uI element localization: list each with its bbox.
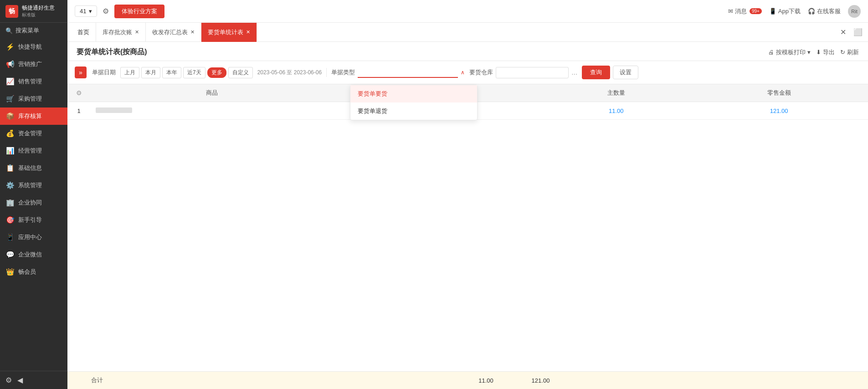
dropdown-option-1[interactable]: 要货单退货 [350,102,477,120]
sidebar-item-quick-nav[interactable]: ⚡快捷导航 [0,38,67,56]
tabs-right: ✕ ⬜ [838,26,864,38]
page-content: 要货单统计表(按商品) 🖨 按模板打印 ▾ ⬇ 导出 ↻ 刷新 » [67,42,868,389]
sidebar-item-basic-info[interactable]: 📋基础信息 [0,159,67,177]
search-menu[interactable]: 🔍 搜索菜单 [0,23,67,38]
top-header: 41 ▾ ⚙ 体验行业方案 ✉ 消息 99+ 📱 App下载 🎧 在线客服 Ri… [67,0,868,23]
messages-label: 消息 [735,7,747,15]
tab-1[interactable]: 收发存汇总表✕ [146,23,201,42]
col-header-amount: 零售金额 [690,84,868,102]
store-selector[interactable]: 41 ▾ [75,5,97,17]
logo-icon: 畅 [5,5,18,18]
date-btn-5[interactable]: 自定义 [228,67,253,78]
app-name: 畅捷通好生意 [22,4,55,12]
date-btn-1[interactable]: 本月 [141,67,160,78]
refresh-btn[interactable]: ↻ 刷新 [840,48,859,56]
nav-icon-sales: 📈 [5,77,15,86]
collapse-icon[interactable]: ◀ [17,376,23,384]
nav-label-basic-info: 基础信息 [18,164,42,172]
trial-button[interactable]: 体验行业方案 [114,5,164,18]
settings-icon[interactable]: ⚙ [5,376,12,384]
sidebar-item-finance[interactable]: 💰资金管理 [0,125,67,142]
messages-badge: 99+ [750,8,762,14]
sidebar-item-purchase[interactable]: 🛒采购管理 [0,90,67,107]
row-no-0: 1 [67,102,90,120]
tab-2[interactable]: 要货单统计表✕ [201,23,257,42]
print-btn[interactable]: 🖨 按模板打印 ▾ [768,48,811,56]
print-arrow: ▾ [807,49,811,56]
nav-icon-system: ⚙️ [5,181,15,189]
dropdown-option-0[interactable]: 要货单要货 [350,85,477,102]
app-download-action[interactable]: 📱 App下载 [769,7,801,15]
sidebar-item-app-center[interactable]: 📱应用中心 [0,229,67,246]
col-header-product: 商品 [90,84,334,102]
sidebar-item-enterprise[interactable]: 🏢企业协同 [0,194,67,211]
nav-icon-app-center: 📱 [5,233,15,241]
tab-label-1: 收发存汇总表 [152,28,188,36]
export-icon: ⬇ [816,49,821,56]
nav-icon-marketing: 📢 [5,60,15,68]
warehouse-input[interactable] [496,67,569,78]
doc-type-input[interactable] [358,67,458,78]
doc-type-label: 单据类型 [331,68,355,77]
quantity-link-0[interactable]: 11.00 [609,107,624,114]
nav-label-operations: 经营管理 [18,147,42,155]
sidebar-item-guide[interactable]: 🎯新手引导 [0,211,67,229]
maximize-btn[interactable]: ⬜ [852,26,864,38]
date-btn-0[interactable]: 上月 [120,67,139,78]
export-btn[interactable]: ⬇ 导出 [816,48,835,56]
col-settings-icon[interactable]: ⚙ [76,89,82,97]
date-btn-2[interactable]: 本年 [162,67,181,78]
online-service-action[interactable]: 🎧 在线客服 [808,7,841,15]
filter-area: » 单据日期 上月本月本年近7天更多自定义 2023-05-06 至 2023-… [67,61,868,84]
row-product-0 [90,102,334,120]
doc-type-arrow[interactable]: ∧ [461,69,465,76]
store-arrow: ▾ [89,8,92,15]
nav-icon-wechat: 💬 [5,251,15,259]
tab-close-0[interactable]: ✕ [135,29,139,35]
close-tab-btn[interactable]: ✕ [838,26,848,38]
online-service-label: 在线客服 [817,7,841,15]
nav-label-marketing: 营销推广 [18,60,42,68]
tab-0[interactable]: 库存批次账✕ [96,23,146,42]
settings-btn[interactable]: 设置 [613,66,638,79]
app-download-label: App下载 [778,7,801,15]
sidebar-item-system[interactable]: ⚙️系统管理 [0,177,67,194]
nav-icon-guide: 🎯 [5,216,15,224]
table-footer: 合计 11.00 121.00 [67,371,868,389]
filter-actions: 查询 设置 [582,66,638,79]
sidebar-item-operations[interactable]: 📊经营管理 [0,142,67,159]
footer-amount: 121.00 [514,377,568,384]
tab-home-label: 首页 [77,28,89,36]
store-value: 41 [80,8,86,15]
sidebar-item-member[interactable]: 👑畅会员 [0,263,67,281]
tab-close-2[interactable]: ✕ [246,29,250,35]
amount-link-0[interactable]: 121.00 [770,107,788,114]
tab-close-1[interactable]: ✕ [190,29,195,35]
refresh-icon: ↻ [840,49,845,56]
page-header-actions: 🖨 按模板打印 ▾ ⬇ 导出 ↻ 刷新 [768,48,859,56]
tab-home[interactable]: 首页 [71,23,96,42]
print-icon: 🖨 [768,49,774,56]
nav-icon-purchase: 🛒 [5,95,15,103]
export-label: 导出 [823,48,835,56]
doc-type-dropdown: 要货单要货要货单退货 [350,85,478,120]
query-btn[interactable]: 查询 [582,66,610,79]
filter-toggle-btn[interactable]: » [75,67,87,78]
sidebar-item-marketing[interactable]: 📢营销推广 [0,56,67,73]
print-label: 按模板打印 [776,48,806,56]
sidebar-item-wechat[interactable]: 💬企业微信 [0,246,67,263]
sidebar-item-sales[interactable]: 📈销售管理 [0,73,67,90]
nav-label-wechat: 企业微信 [18,251,42,259]
phone-icon: 📱 [769,8,776,15]
messages-action[interactable]: ✉ 消息 99+ [728,7,762,15]
date-btn-4[interactable]: 更多 [207,67,226,78]
more-dots[interactable]: ... [571,68,577,77]
header-settings-icon[interactable]: ⚙ [103,7,109,15]
avatar[interactable]: Rit [848,5,861,18]
sidebar-item-inventory[interactable]: 📦库存核算 [0,107,67,125]
nav-label-sales: 销售管理 [18,77,42,86]
nav-label-guide: 新手引导 [18,216,42,224]
date-btn-3[interactable]: 近7天 [183,67,205,78]
footer-quantity: 11.00 [459,377,514,384]
warehouse-label: 要货仓库 [469,68,493,77]
